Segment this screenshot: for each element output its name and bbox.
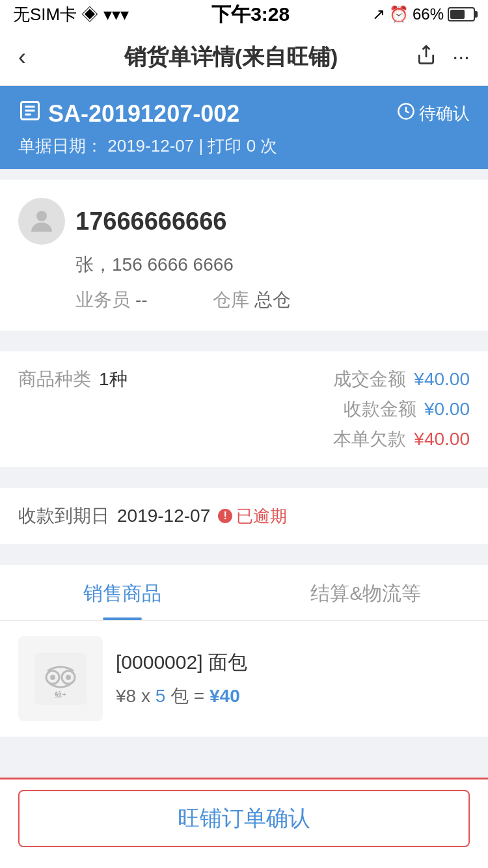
staff-label: 业务员: [75, 288, 130, 312]
order-id-text: SA-20191207-002: [48, 100, 239, 128]
status-text: 待确认: [419, 102, 470, 125]
product-info: [0000002] 面包 ¥8 x 5 包 = ¥40: [116, 649, 470, 709]
received-value: ¥0.00: [424, 399, 470, 420]
back-button[interactable]: ‹: [18, 44, 57, 71]
tabs-header: 销售商品 结算&物流等: [0, 565, 488, 621]
amount-value: ¥40.00: [414, 369, 470, 390]
summary-left: 商品种类 1种: [18, 367, 244, 392]
order-banner-top: SA-20191207-002 待确认: [18, 99, 470, 128]
order-date-line: 单据日期： 2019-12-07 | 打印 0 次: [18, 135, 470, 157]
tab-settlement-logistics[interactable]: 结算&物流等: [244, 565, 488, 620]
status-icon: [397, 102, 415, 125]
customer-top: 17666666666: [18, 198, 470, 245]
debt-value: ¥40.00: [414, 429, 470, 450]
amount-row: 成交金额 ¥40.00: [333, 367, 470, 392]
order-icon: [18, 99, 42, 128]
debt-row: 本单欠款 ¥40.00: [333, 427, 470, 452]
customer-section: 17666666666 张，156 6666 6666 业务员 -- 仓库 总仓: [0, 180, 488, 331]
bottom-bar: 旺铺订单确认: [0, 778, 488, 868]
summary-section: 商品种类 1种 成交金额 ¥40.00 收款金额 ¥0.00 本单欠款 ¥40.…: [0, 351, 488, 467]
product-type-label: 商品种类: [18, 367, 91, 392]
product-price-line: ¥8 x 5 包 = ¥40: [116, 684, 470, 709]
warehouse-info: 仓库 总仓: [213, 288, 291, 312]
received-label: 收款金额: [344, 397, 416, 422]
received-row: 收款金额 ¥0.00: [344, 397, 470, 422]
product-type-value: 1种: [99, 367, 128, 392]
product-code: [0000002]: [116, 651, 202, 673]
overdue-badge: ! 已逾期: [218, 505, 287, 528]
warehouse-label: 仓库: [213, 288, 249, 312]
svg-point-2: [36, 211, 47, 221]
divider-3: [0, 478, 488, 488]
staff-info: 业务员 --: [75, 288, 148, 312]
customer-phone: 17666666666: [75, 208, 226, 236]
customer-name: 张，156 6666 6666: [18, 252, 470, 277]
svg-point-7: [66, 675, 71, 680]
product-name: [0000002] 面包: [116, 649, 470, 676]
due-section: 收款到期日 2019-12-07 ! 已逾期: [0, 488, 488, 544]
avatar: [18, 198, 65, 245]
divider-4: [0, 554, 488, 565]
status-bar-right: ↗ ⏰ 66%: [372, 5, 475, 23]
share-icon[interactable]: [416, 44, 437, 70]
due-date-value: 2019-12-07: [117, 506, 210, 526]
time-display: 下午3:28: [211, 1, 290, 28]
unit-price: ¥8: [116, 686, 136, 706]
product-name-text: 面包: [208, 651, 247, 673]
order-id: SA-20191207-002: [18, 99, 239, 128]
product-total: ¥40: [210, 686, 240, 706]
svg-point-6: [50, 675, 55, 680]
product-qty: 5: [156, 686, 166, 706]
battery-fill: [450, 10, 465, 19]
page-title: 销货单详情(来自旺铺): [57, 42, 405, 72]
divider-1: [0, 169, 488, 180]
status-bar-left: 无SIM卡 ◈ ▾▾▾: [13, 3, 129, 26]
due-label: 收款到期日: [18, 504, 109, 528]
overdue-icon: !: [218, 509, 232, 523]
location-icon: ↗: [372, 5, 385, 23]
nav-actions: ···: [405, 44, 470, 70]
battery-icon: [448, 7, 475, 21]
more-icon[interactable]: ···: [452, 45, 470, 69]
overdue-text: 已逾期: [236, 505, 287, 528]
alarm-icon: ⏰: [389, 5, 409, 23]
order-status: 待确认: [397, 102, 470, 125]
wifi-icon: ▾▾▾: [103, 5, 129, 25]
customer-meta: 业务员 -- 仓库 总仓: [18, 288, 470, 312]
confirm-order-button[interactable]: 旺铺订单确认: [18, 790, 470, 847]
nav-bar: ‹ 销货单详情(来自旺铺) ···: [0, 29, 488, 86]
sim-indicator: 无SIM卡 ◈: [13, 3, 98, 26]
warehouse-value: 总仓: [254, 288, 291, 312]
tab-sales-products[interactable]: 销售商品: [0, 565, 244, 620]
tabs-section: 销售商品 结算&物流等 鲸+ [0000002] 面包: [0, 565, 488, 737]
summary-right: 成交金额 ¥40.00 收款金额 ¥0.00 本单欠款 ¥40.00: [244, 367, 470, 452]
status-bar: 无SIM卡 ◈ ▾▾▾ 下午3:28 ↗ ⏰ 66%: [0, 0, 488, 29]
amount-label: 成交金额: [333, 367, 406, 392]
product-thumbnail: 鲸+: [18, 636, 103, 721]
battery-text: 66%: [413, 5, 444, 23]
product-type-row: 商品种类 1种: [18, 367, 128, 392]
order-banner: SA-20191207-002 待确认 单据日期： 2019-12-07 | 打…: [0, 86, 488, 169]
staff-value: --: [135, 290, 148, 310]
debt-label: 本单欠款: [333, 427, 406, 452]
divider-2: [0, 341, 488, 351]
multiply-sign: x: [141, 686, 156, 706]
unit-text: 包: [170, 686, 189, 706]
equals-sign: =: [194, 686, 210, 706]
svg-text:鲸+: 鲸+: [55, 690, 66, 698]
product-item: 鲸+ [0000002] 面包 ¥8 x 5 包 = ¥40: [0, 621, 488, 737]
